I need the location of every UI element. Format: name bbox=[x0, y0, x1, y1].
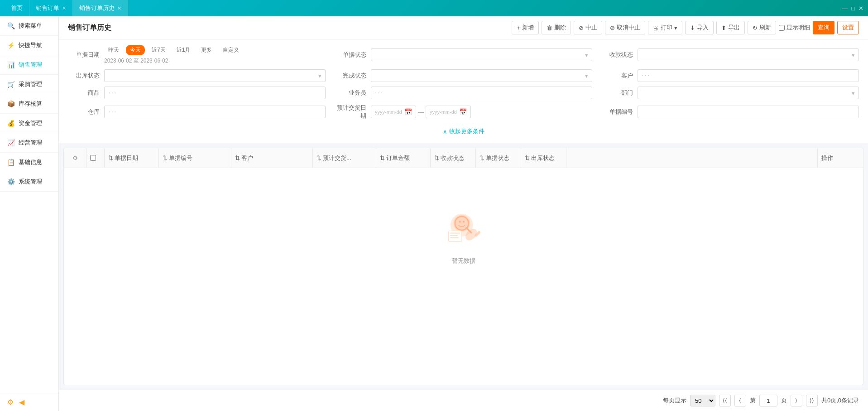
sidebar-item-quick-nav[interactable]: ⚡ 快捷导航 bbox=[0, 36, 58, 55]
filter-row-2: 出库状态 ▾ 完成状态 ▾ 客户 ··· bbox=[68, 69, 859, 82]
settings-filter-button[interactable]: 设置 bbox=[837, 21, 859, 34]
filter-warehouse-cell: 仓库 ··· bbox=[68, 104, 326, 120]
tab-home[interactable]: 首页 bbox=[5, 0, 29, 16]
refresh-button[interactable]: ↻ 刷新 bbox=[748, 21, 776, 34]
sidebar-item-purchase[interactable]: 🛒 采购管理 bbox=[0, 75, 58, 94]
window-close[interactable]: ✕ bbox=[858, 5, 863, 12]
receipt-status-chevron-icon: ▾ bbox=[852, 52, 855, 58]
new-icon: + bbox=[517, 24, 520, 31]
th-receipt-status[interactable]: ⇅ 收款状态 bbox=[431, 148, 476, 168]
completion-select[interactable]: ▾ bbox=[371, 69, 592, 82]
sidebar-item-system[interactable]: ⚙️ 系统管理 bbox=[0, 172, 58, 192]
per-page-select[interactable]: 50 10 20 100 bbox=[690, 395, 715, 406]
date-range-dash: — bbox=[418, 109, 424, 116]
warehouse-input[interactable]: ··· bbox=[104, 106, 326, 118]
new-button[interactable]: + 新增 bbox=[512, 21, 539, 34]
th-customer[interactable]: ⇅ 客户 bbox=[231, 148, 313, 168]
sidebar-bottom: ⚙ ◀ bbox=[0, 393, 58, 411]
th-settings[interactable]: ⚙ bbox=[64, 148, 86, 168]
prev-page-button[interactable]: ⟨ bbox=[734, 395, 746, 406]
export-button[interactable]: ⬆ 导出 bbox=[716, 21, 745, 34]
date-tag-yesterday[interactable]: 昨天 bbox=[104, 45, 123, 55]
date-tag-custom[interactable]: 自定义 bbox=[219, 45, 243, 55]
date-tag-7days[interactable]: 近7天 bbox=[148, 45, 170, 55]
date-tag-today[interactable]: 今天 bbox=[126, 45, 145, 55]
sidebar-item-quick-nav-label: 快捷导航 bbox=[19, 41, 42, 49]
import-button[interactable]: ⬇ 导入 bbox=[685, 21, 714, 34]
tab-sales-order-close[interactable]: ✕ bbox=[62, 5, 66, 11]
window-maximize[interactable]: □ bbox=[851, 5, 855, 12]
date-range-display: 2023-06-02 至 2023-06-02 bbox=[104, 57, 326, 65]
filter-stock-out-cell: 出库状态 ▾ bbox=[68, 69, 326, 82]
th-bill-status[interactable]: ⇅ 单据状态 bbox=[476, 148, 521, 168]
svg-point-7 bbox=[462, 221, 464, 222]
print-button[interactable]: 🖨 打印 ▾ bbox=[648, 21, 682, 34]
delete-button[interactable]: 🗑 删除 bbox=[542, 21, 571, 34]
date-to-placeholder: yyyy-mm-dd bbox=[430, 109, 457, 115]
tab-sales-history-close[interactable]: ✕ bbox=[117, 5, 121, 11]
warehouse-dots: ··· bbox=[108, 108, 117, 116]
sidebar-item-purchase-label: 采购管理 bbox=[19, 80, 42, 88]
receipt-status-select[interactable]: ▾ bbox=[638, 48, 859, 61]
filter-delivery-cell: 预计交货日期 yyyy-mm-dd 📅 — yyyy-mm-dd 📅 bbox=[335, 104, 592, 120]
filter-department-label: 部门 bbox=[601, 89, 638, 97]
sidebar-item-business[interactable]: 📈 经营管理 bbox=[0, 133, 58, 153]
delivery-date-from[interactable]: yyyy-mm-dd 📅 bbox=[371, 106, 416, 118]
sort-bill-status-icon: ⇅ bbox=[480, 155, 484, 161]
page-number-input[interactable] bbox=[759, 395, 777, 406]
date-tag-1month[interactable]: 近1月 bbox=[173, 45, 195, 55]
sidebar-item-search[interactable]: 🔍 搜索菜单 bbox=[0, 16, 58, 36]
sidebar-item-basic-info[interactable]: 📋 基础信息 bbox=[0, 153, 58, 172]
th-stock-out[interactable]: ⇅ 出库状态 bbox=[521, 148, 566, 168]
sidebar-item-business-label: 经营管理 bbox=[19, 139, 42, 147]
th-bill-number[interactable]: ⇅ 单据编号 bbox=[159, 148, 231, 168]
query-button[interactable]: 查询 bbox=[813, 21, 834, 34]
th-date[interactable]: ⇅ 单据日期 bbox=[105, 148, 159, 168]
tab-sales-order[interactable]: 销售订单 ✕ bbox=[29, 0, 73, 16]
collapse-more-btn[interactable]: ∧ 收起更多条件 bbox=[68, 125, 859, 137]
bill-number-input[interactable] bbox=[638, 106, 859, 118]
sidebar-item-finance[interactable]: 💰 资金管理 bbox=[0, 114, 58, 133]
tab-sales-history[interactable]: 销售订单历史 ✕ bbox=[73, 0, 128, 16]
bill-status-select[interactable]: ▾ bbox=[371, 48, 592, 61]
delivery-date-to[interactable]: yyyy-mm-dd 📅 bbox=[426, 106, 471, 118]
date-tag-more[interactable]: 更多 bbox=[197, 45, 216, 55]
goods-input[interactable]: ··· bbox=[104, 87, 326, 99]
filter-goods-label: 商品 bbox=[68, 89, 104, 97]
filter-department-cell: 部门 ▾ bbox=[601, 87, 859, 99]
next-page-button[interactable]: ⟩ bbox=[791, 395, 802, 406]
sort-date-icon: ⇅ bbox=[108, 155, 113, 161]
quick-nav-icon: ⚡ bbox=[7, 42, 15, 49]
total-info: 共0页,0条记录 bbox=[821, 396, 859, 405]
system-icon: ⚙️ bbox=[7, 178, 15, 185]
filter-customer-cell: 客户 ··· bbox=[601, 69, 859, 82]
sidebar: 🔍 搜索菜单 ⚡ 快捷导航 📊 销售管理 🛒 采购管理 📦 库存核算 💰 资金管… bbox=[0, 16, 59, 411]
stop-button[interactable]: ⊘ 中止 bbox=[574, 21, 602, 34]
department-select[interactable]: ▾ bbox=[638, 87, 859, 99]
sidebar-item-inventory-label: 库存核算 bbox=[19, 100, 42, 108]
svg-rect-9 bbox=[450, 233, 460, 234]
sidebar-item-sales[interactable]: 📊 销售管理 bbox=[0, 55, 58, 75]
stock-out-select[interactable]: ▾ bbox=[104, 69, 326, 82]
salesperson-input[interactable]: ··· bbox=[371, 87, 592, 99]
window-minimize[interactable]: — bbox=[842, 5, 848, 12]
first-page-button[interactable]: ⟨⟨ bbox=[719, 395, 731, 406]
th-delivery[interactable]: ⇅ 预计交货... bbox=[313, 148, 376, 168]
date-tag-group: 昨天 今天 近7天 近1月 更多 自定义 bbox=[104, 45, 326, 55]
filter-receipt-status-label: 收款状态 bbox=[601, 51, 638, 59]
sidebar-item-inventory[interactable]: 📦 库存核算 bbox=[0, 94, 58, 114]
sidebar-item-basic-info-label: 基础信息 bbox=[19, 158, 42, 166]
last-page-button[interactable]: ⟩⟩ bbox=[806, 395, 818, 406]
select-all-checkbox[interactable] bbox=[90, 155, 96, 161]
filter-delivery-label: 预计交货日期 bbox=[335, 104, 371, 120]
sidebar-collapse-icon[interactable]: ◀ bbox=[19, 398, 24, 406]
display-dense-checkbox[interactable] bbox=[779, 25, 785, 31]
cancel-stop-button[interactable]: ⊘ 取消中止 bbox=[605, 21, 645, 34]
display-dense-toggle[interactable]: 显示明细 bbox=[779, 24, 810, 32]
sidebar-settings-icon[interactable]: ⚙ bbox=[7, 398, 14, 406]
customer-input[interactable]: ··· bbox=[638, 69, 859, 82]
th-amount[interactable]: ⇅ 订单金额 bbox=[376, 148, 431, 168]
filter-bill-status-cell: 单据状态 ▾ bbox=[335, 45, 592, 65]
page-title: 销售订单历史 bbox=[68, 23, 111, 33]
tab-sales-history-label: 销售订单历史 bbox=[79, 4, 115, 12]
